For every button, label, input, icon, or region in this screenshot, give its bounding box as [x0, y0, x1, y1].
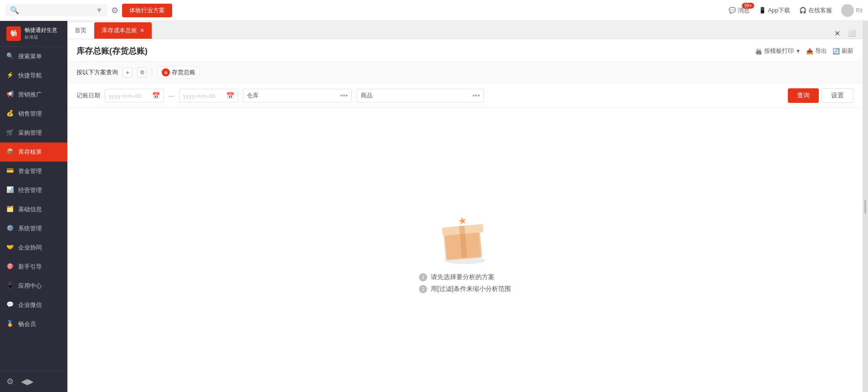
logo-text-area: 畅捷通好生意 标准版: [25, 27, 57, 41]
search-menu-icon: 🔍: [6, 52, 15, 61]
sidebar-item-wechat[interactable]: 💬 企业微信: [0, 295, 67, 315]
topbar-search-input[interactable]: [21, 7, 94, 14]
online-support-btn[interactable]: 🎧 在线客服: [799, 6, 832, 15]
sidebar-footer: ⚙ ◀▶: [0, 371, 67, 392]
logo-icon: 畅: [6, 26, 21, 41]
print-icon: 🖨️: [755, 48, 762, 55]
industry-btn[interactable]: 体验行业方案: [122, 4, 172, 17]
query-btn[interactable]: 查询: [788, 88, 819, 103]
tip-num-2: 2: [419, 285, 427, 293]
sidebar-item-purchase[interactable]: 🛒 采购管理: [0, 123, 67, 143]
avatar: [841, 4, 854, 17]
sidebar-item-system[interactable]: ⚙️ 系统管理: [0, 219, 67, 238]
panel-close-btn[interactable]: ✕: [832, 28, 842, 39]
sidebar-settings-icon[interactable]: ⚙: [6, 377, 14, 387]
topbar: 🔍 ▼ ⚙ 体验行业方案 💬 消息 99+ 📱 App下载 🎧 在线客服 Rit: [0, 0, 868, 21]
date-from-input[interactable]: yyyy-mm-dd 📅: [105, 89, 164, 102]
message-icon: 💬: [729, 7, 736, 14]
search-icon: 🔍: [10, 6, 19, 15]
content-area: 首页 库存成本总账 ✕ ✕ ⬜ 库存总账(存货总账) 🖨️ 按模板打印: [67, 21, 863, 392]
print-template-label: 按模板打印: [764, 47, 794, 55]
messages-btn[interactable]: 💬 消息 99+: [729, 6, 750, 15]
action-buttons: 查询 设置: [788, 88, 853, 103]
sidebar-item-search-menu[interactable]: 🔍 搜索菜单: [0, 47, 67, 66]
sidebar-label-enterprise: 企业协同: [18, 244, 42, 252]
product-input[interactable]: 商品 •••: [357, 89, 484, 102]
sidebar-item-quick-nav[interactable]: ⚡ 快捷导航: [0, 66, 67, 85]
calendar-icon-from: 📅: [152, 92, 160, 99]
sidebar-item-marketing[interactable]: 📢 营销推广: [0, 85, 67, 104]
right-panel-handle[interactable]: [863, 21, 868, 392]
online-support-label: 在线客服: [808, 6, 832, 15]
system-icon: ⚙️: [6, 224, 15, 233]
sidebar-item-operations[interactable]: 📊 经营管理: [0, 181, 67, 200]
filter-add-btn[interactable]: +: [123, 67, 133, 77]
app-version: 标准版: [25, 34, 57, 41]
tab-home[interactable]: 首页: [67, 22, 94, 39]
refresh-label: 刷新: [842, 47, 853, 55]
filter-row: 按以下方案查询 + ⚙ ⊕ 存货总账: [67, 61, 863, 84]
sidebar-collapse-icon[interactable]: ◀▶: [21, 377, 34, 387]
export-btn[interactable]: 📤 导出: [806, 47, 827, 55]
date-separator: —: [168, 92, 174, 99]
sidebar-item-enterprise[interactable]: 🤝 企业协同: [0, 238, 67, 257]
page-header-actions: 🖨️ 按模板打印 ▼ 📤 导出 🔄 刷新: [755, 47, 853, 55]
sidebar-item-basic-info[interactable]: 🗂️ 基础信息: [0, 200, 67, 219]
app-download-label: App下载: [768, 6, 790, 15]
tab-close-icon[interactable]: ✕: [140, 27, 144, 34]
topbar-search-area[interactable]: 🔍 ▼: [5, 4, 107, 16]
tip-num-1: 1: [419, 273, 427, 281]
sidebar-item-finance[interactable]: 💳 资金管理: [0, 162, 67, 181]
operations-icon: 📊: [6, 186, 15, 194]
wechat-icon: 💬: [6, 301, 15, 309]
dropdown-icon: ▼: [96, 6, 103, 15]
settings-btn[interactable]: 设置: [822, 88, 853, 103]
sidebar-label-sales: 销售管理: [18, 110, 42, 118]
purchase-icon: 🛒: [6, 129, 15, 137]
topbar-right: 💬 消息 99+ 📱 App下载 🎧 在线客服 Rit: [729, 4, 863, 17]
scheme-label: 存货总账: [172, 68, 195, 76]
sidebar-label-purchase: 采购管理: [18, 129, 42, 137]
headset-icon: 🎧: [799, 7, 807, 14]
sales-icon: 💰: [6, 110, 15, 118]
sidebar-item-app-center[interactable]: 📱 应用中心: [0, 276, 67, 295]
user-avatar[interactable]: Rit: [841, 4, 863, 17]
page-content: 库存总账(存货总账) 🖨️ 按模板打印 ▼ 📤 导出 🔄 刷新: [67, 39, 863, 392]
empty-state: ★ 1 请先选择要分析的方案 2 用[过滤]条件来缩小分析范围: [67, 108, 863, 392]
panel-resize-btn[interactable]: ⬜: [846, 28, 857, 39]
warehouse-input[interactable]: 仓库 •••: [243, 89, 352, 102]
tab-inventory-ledger[interactable]: 库存成本总账 ✕: [94, 22, 152, 39]
app-download-btn[interactable]: 📱 App下载: [759, 6, 790, 15]
sidebar-label-system: 系统管理: [18, 224, 42, 233]
filter-config-btn[interactable]: ⚙: [137, 67, 147, 77]
sidebar-item-inventory[interactable]: 📦 库存核算: [0, 143, 67, 162]
scheme-icon: ⊕: [162, 68, 170, 76]
date-label: 记账日期: [77, 92, 100, 100]
sidebar-label-wechat: 企业微信: [18, 301, 42, 309]
empty-svg: ★: [433, 207, 497, 266]
handle-dots: [864, 200, 866, 214]
sidebar-label-basic-info: 基础信息: [18, 205, 42, 214]
sidebar-label-newbie: 新手引导: [18, 263, 42, 271]
sidebar-item-members[interactable]: 🏅 畅会员: [0, 315, 67, 334]
topbar-left: 🔍 ▼ ⚙ 体验行业方案: [5, 4, 725, 17]
sidebar: 畅 畅捷通好生意 标准版 🔍 搜索菜单 ⚡ 快捷导航 📢 营销推广 💰 销售管理…: [0, 21, 67, 392]
sidebar-item-sales[interactable]: 💰 销售管理: [0, 104, 67, 123]
date-to-input[interactable]: yyyy-mm-dd 📅: [179, 89, 238, 102]
date-filter-row: 记账日期 yyyy-mm-dd 📅 — yyyy-mm-dd 📅 仓库 ••• …: [67, 84, 863, 108]
enterprise-icon: 🤝: [6, 244, 15, 252]
quick-nav-icon: ⚡: [6, 71, 15, 80]
page-header: 库存总账(存货总账) 🖨️ 按模板打印 ▼ 📤 导出 🔄 刷新: [67, 39, 863, 61]
date-to-placeholder: yyyy-mm-dd: [183, 92, 225, 99]
print-template-btn[interactable]: 🖨️ 按模板打印 ▼: [755, 47, 801, 55]
calendar-icon-to: 📅: [226, 92, 234, 99]
empty-illustration: ★: [433, 207, 497, 266]
sidebar-item-newbie[interactable]: 🎯 新手引导: [0, 257, 67, 276]
sidebar-label-app-center: 应用中心: [18, 282, 42, 290]
refresh-btn[interactable]: 🔄 刷新: [832, 47, 853, 55]
marketing-icon: 📢: [6, 91, 15, 99]
scheme-item-inventory[interactable]: ⊕ 存货总账: [157, 66, 200, 79]
sidebar-label-search-menu: 搜索菜单: [18, 52, 42, 61]
settings-icon[interactable]: ⚙: [111, 5, 118, 15]
date-from-placeholder: yyyy-mm-dd: [109, 92, 150, 99]
